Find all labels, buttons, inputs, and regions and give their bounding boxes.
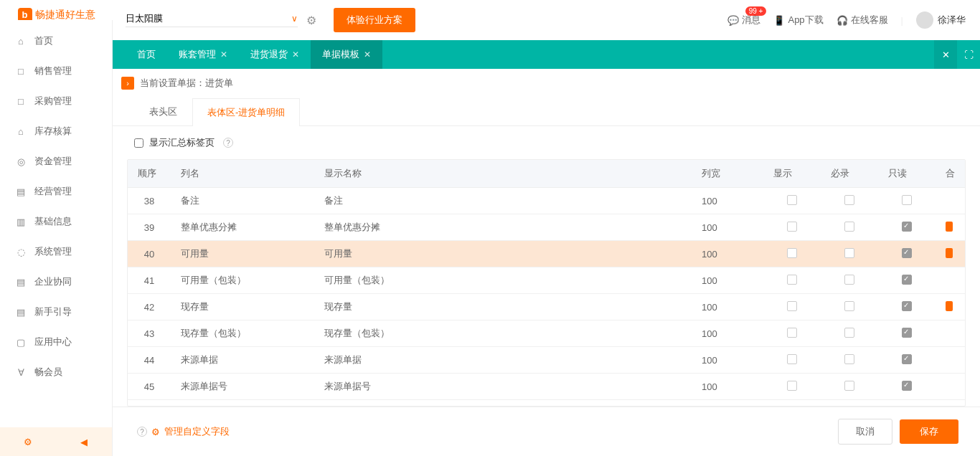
table-row[interactable]: 43 现存量（包装） 现存量（包装） 100 [128, 320, 965, 347]
settings-button[interactable]: ⚙ [0, 427, 56, 456]
headset-icon: 🎧 [837, 15, 848, 26]
cell-width[interactable]: 100 [692, 347, 763, 374]
cell-width[interactable]: 100 [692, 241, 763, 267]
table-row[interactable]: 38 备注 备注 100 [128, 188, 965, 214]
cell-display[interactable]: 整单优惠分摊 [314, 214, 692, 241]
sidebar-item-3[interactable]: ⌂库存核算 [0, 116, 112, 146]
collapse-button[interactable]: ◀ [56, 427, 112, 456]
checkbox[interactable] [902, 222, 912, 232]
phone-icon: 📱 [773, 15, 785, 26]
table-row[interactable]: 44 来源单据 来源单据 100 [128, 347, 965, 374]
cell-width[interactable]: 100 [692, 400, 763, 407]
cell-display[interactable]: 可用量 [314, 241, 692, 267]
checkbox[interactable] [902, 195, 912, 205]
messages-link[interactable]: 💬 消息 99 + [727, 14, 760, 27]
app-download-link[interactable]: 📱 App下载 [773, 14, 823, 27]
sidebar-item-1[interactable]: □销售管理 [0, 56, 112, 86]
cell-width[interactable]: 100 [692, 188, 763, 214]
table-row[interactable]: 45 来源单据号 来源单据号 100 [128, 374, 965, 400]
cell-width[interactable]: 100 [692, 374, 763, 400]
cell-display[interactable]: 来源单据 [314, 347, 692, 374]
close-icon[interactable]: ✕ [364, 49, 371, 60]
checkbox[interactable] [844, 195, 854, 205]
sidebar-item-6[interactable]: ▥基础信息 [0, 206, 112, 237]
sidebar: ⌂首页□销售管理□采购管理⌂库存核算◎资金管理▤经营管理▥基础信息◌系统管理▤企… [0, 20, 113, 456]
checkbox[interactable] [902, 381, 912, 391]
sidebar-icon: □ [14, 65, 27, 77]
online-service-link[interactable]: 🎧 在线客服 [837, 14, 888, 27]
tab-0[interactable]: 首页 [126, 40, 167, 69]
table-row[interactable]: 41 可用量（包装） 可用量（包装） 100 [128, 267, 965, 294]
table-row[interactable]: 40 可用量 可用量 100 [128, 241, 965, 267]
sub-tab-1[interactable]: 表体区-进货单明细 [192, 98, 300, 126]
checkbox[interactable] [787, 354, 797, 364]
checkbox[interactable] [902, 301, 912, 311]
table-row[interactable]: 39 整单优惠分摊 整单优惠分摊 100 [128, 214, 965, 241]
checkbox[interactable] [902, 248, 912, 258]
checkbox[interactable] [844, 248, 854, 258]
checkbox[interactable] [844, 301, 854, 311]
sidebar-item-10[interactable]: ▢应用中心 [0, 327, 112, 357]
save-button[interactable]: 保存 [900, 419, 958, 444]
sidebar-item-2[interactable]: □采购管理 [0, 86, 112, 116]
sidebar-item-9[interactable]: ▤新手引导 [0, 297, 112, 327]
checkbox[interactable] [844, 354, 854, 364]
checkbox[interactable] [844, 222, 854, 232]
cell-display[interactable]: 现存量 [314, 294, 692, 320]
table-row[interactable]: 42 现存量 现存量 100 [128, 294, 965, 320]
tab-2[interactable]: 进货退货✕ [239, 40, 311, 69]
table-wrap[interactable]: 顺序 列名 显示名称 列宽 显示 必录 只读 合 38 备注 备注 100 39… [127, 159, 966, 407]
checkbox[interactable] [787, 328, 797, 338]
checkbox[interactable] [787, 275, 797, 285]
gear-icon[interactable]: ⚙ [306, 14, 316, 27]
user-menu[interactable]: 徐泽华 [916, 11, 966, 29]
cell-width[interactable]: 100 [692, 214, 763, 241]
sub-tab-0[interactable]: 表头区 [134, 98, 192, 125]
sidebar-item-7[interactable]: ◌系统管理 [0, 237, 112, 267]
close-icon[interactable]: ✕ [220, 49, 227, 60]
show-summary-checkbox[interactable] [134, 138, 143, 148]
checkbox[interactable] [844, 381, 854, 391]
cell-width[interactable]: 100 [692, 294, 763, 320]
cancel-button[interactable]: 取消 [838, 419, 892, 445]
cell-width[interactable]: 100 [692, 267, 763, 294]
arrow-icon[interactable]: › [121, 77, 134, 90]
cell-display[interactable]: 来源单据号 [314, 374, 692, 400]
cell-display[interactable]: 可用量（包装） [314, 267, 692, 294]
tab-1[interactable]: 账套管理✕ [167, 40, 239, 69]
cell-display[interactable]: 项目 [314, 400, 692, 407]
sidebar-item-5[interactable]: ▤经营管理 [0, 176, 112, 206]
chevron-down-icon[interactable]: ∨ [291, 14, 298, 24]
checkbox[interactable] [787, 248, 797, 258]
manage-custom-fields-link[interactable]: ? ⚙ 管理自定义字段 [134, 425, 230, 438]
help-icon[interactable]: ? [223, 138, 233, 148]
checkbox[interactable] [787, 195, 797, 205]
cell-display[interactable]: 备注 [314, 188, 692, 214]
settings-icon: ⚙ [151, 427, 160, 437]
cell-order: 45 [128, 374, 171, 400]
cell-width[interactable]: 100 [692, 320, 763, 347]
checkbox[interactable] [902, 354, 912, 364]
search-box[interactable]: ∨ [126, 13, 298, 27]
checkbox[interactable] [787, 301, 797, 311]
collapse-icon: ◀ [80, 437, 88, 447]
sidebar-item-4[interactable]: ◎资金管理 [0, 146, 112, 176]
fullscreen-toggle[interactable]: ⛶ [957, 40, 980, 69]
sidebar-item-8[interactable]: ▤企业协同 [0, 267, 112, 297]
sidebar-item-11[interactable]: ∀畅会员 [0, 357, 112, 387]
checkbox[interactable] [787, 222, 797, 232]
checkbox[interactable] [902, 328, 912, 338]
cell-display[interactable]: 现存量（包装） [314, 320, 692, 347]
close-all-tabs[interactable]: ✕ [934, 40, 957, 69]
search-input[interactable] [126, 13, 291, 24]
table-row[interactable]: 46 项目+ 项目 100 [128, 400, 965, 407]
checkbox[interactable] [844, 328, 854, 338]
close-icon[interactable]: ✕ [292, 49, 299, 60]
sidebar-item-0[interactable]: ⌂首页 [0, 26, 112, 56]
tab-3[interactable]: 单据模板✕ [311, 40, 382, 69]
experience-button[interactable]: 体验行业方案 [334, 8, 415, 32]
checkbox[interactable] [787, 381, 797, 391]
checkbox[interactable] [902, 275, 912, 285]
checkbox[interactable] [844, 275, 854, 285]
gear-icon: ⚙ [24, 437, 32, 447]
